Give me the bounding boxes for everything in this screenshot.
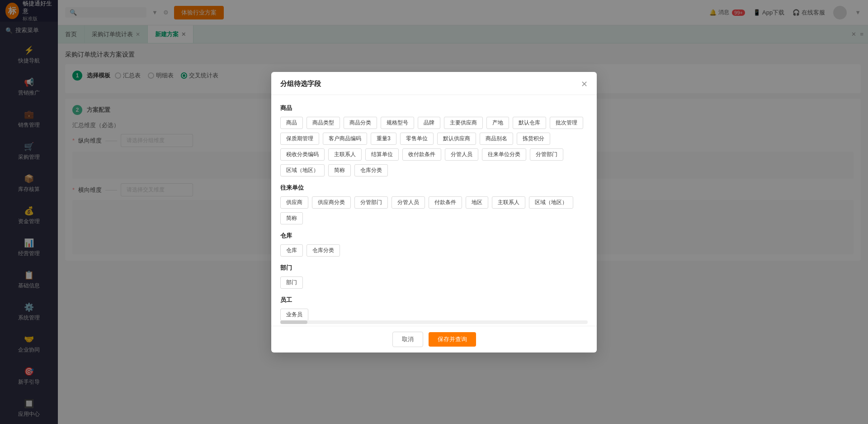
tag-counterparty-1[interactable]: 供应商分类 bbox=[312, 196, 351, 209]
tag-counterparty-3[interactable]: 分管人员 bbox=[392, 196, 425, 209]
section-title-staff: 员工 bbox=[280, 296, 588, 304]
modal-title: 分组待选字段 bbox=[280, 80, 321, 88]
section-title-department: 部门 bbox=[280, 264, 588, 272]
tag-group-department: 部门 bbox=[280, 276, 588, 289]
section-title-warehouse: 仓库 bbox=[280, 232, 588, 240]
tag-counterparty-5[interactable]: 地区 bbox=[466, 196, 488, 209]
tag-goods-11[interactable]: 重量3 bbox=[371, 133, 396, 145]
modal-body[interactable]: 商品商品商品类型商品分类规格型号品牌主要供应商产地默认仓库批次管理保质期管理客户… bbox=[271, 95, 597, 320]
tag-goods-10[interactable]: 客户商品编码 bbox=[323, 133, 367, 145]
tag-warehouse-1[interactable]: 仓库分类 bbox=[307, 244, 340, 257]
tag-goods-6[interactable]: 产地 bbox=[486, 117, 509, 129]
tag-goods-17[interactable]: 主联系人 bbox=[328, 148, 362, 161]
tag-counterparty-8[interactable]: 简称 bbox=[280, 212, 303, 224]
tag-warehouse-0[interactable]: 仓库 bbox=[280, 244, 303, 257]
tag-goods-9[interactable]: 保质期管理 bbox=[280, 133, 319, 145]
tag-goods-1[interactable]: 商品类型 bbox=[307, 117, 340, 129]
scrollbar-thumb bbox=[280, 320, 307, 324]
tag-goods-13[interactable]: 默认供应商 bbox=[437, 133, 476, 145]
tag-goods-8[interactable]: 批次管理 bbox=[550, 117, 583, 129]
section-title-counterparty: 往来单位 bbox=[280, 184, 588, 192]
tag-group-warehouse: 仓库仓库分类 bbox=[280, 244, 588, 257]
modal-close-icon[interactable]: ✕ bbox=[581, 79, 588, 89]
tag-goods-19[interactable]: 收付款条件 bbox=[402, 148, 441, 161]
tag-goods-24[interactable]: 简称 bbox=[328, 164, 351, 176]
tag-goods-25[interactable]: 仓库分类 bbox=[354, 164, 388, 176]
modal: 分组待选字段 ✕ 商品商品商品类型商品分类规格型号品牌主要供应商产地默认仓库批次… bbox=[271, 72, 597, 353]
tag-counterparty-6[interactable]: 主联系人 bbox=[492, 196, 525, 209]
tag-goods-12[interactable]: 零售单位 bbox=[400, 133, 434, 145]
section-title-goods: 商品 bbox=[280, 104, 588, 112]
tag-goods-16[interactable]: 税收分类编码 bbox=[280, 148, 325, 161]
tag-staff-0[interactable]: 业务员 bbox=[280, 309, 308, 320]
tag-goods-3[interactable]: 规格型号 bbox=[381, 117, 414, 129]
tag-goods-21[interactable]: 往来单位分类 bbox=[482, 148, 526, 161]
tag-group-counterparty: 供应商供应商分类分管部门分管人员付款条件地区主联系人区域（地区）简称 bbox=[280, 196, 588, 224]
tag-counterparty-0[interactable]: 供应商 bbox=[280, 196, 308, 209]
modal-scrollbar-area bbox=[271, 320, 597, 326]
modal-header: 分组待选字段 ✕ bbox=[271, 72, 597, 95]
horizontal-scrollbar[interactable] bbox=[280, 320, 588, 324]
tag-goods-5[interactable]: 主要供应商 bbox=[444, 117, 483, 129]
tag-counterparty-7[interactable]: 区域（地区） bbox=[529, 196, 573, 209]
tag-goods-14[interactable]: 商品别名 bbox=[480, 133, 513, 145]
tag-group-goods: 商品商品类型商品分类规格型号品牌主要供应商产地默认仓库批次管理保质期管理客户商品… bbox=[280, 117, 588, 176]
cancel-button[interactable]: 取消 bbox=[392, 332, 423, 347]
tag-goods-4[interactable]: 品牌 bbox=[418, 117, 440, 129]
modal-footer: 取消 保存并查询 bbox=[271, 326, 597, 353]
tag-goods-18[interactable]: 结算单位 bbox=[365, 148, 399, 161]
tag-goods-7[interactable]: 默认仓库 bbox=[513, 117, 546, 129]
tag-goods-0[interactable]: 商品 bbox=[280, 117, 303, 129]
tag-group-staff: 业务员 bbox=[280, 309, 588, 320]
tag-department-0[interactable]: 部门 bbox=[280, 276, 303, 289]
confirm-button[interactable]: 保存并查询 bbox=[429, 332, 476, 347]
tag-goods-23[interactable]: 区域（地区） bbox=[280, 164, 325, 176]
tag-counterparty-4[interactable]: 付款条件 bbox=[429, 196, 462, 209]
tag-counterparty-2[interactable]: 分管部门 bbox=[354, 196, 388, 209]
tag-goods-20[interactable]: 分管人员 bbox=[445, 148, 478, 161]
tag-goods-15[interactable]: 拣货积分 bbox=[517, 133, 550, 145]
modal-overlay: 分组待选字段 ✕ 商品商品商品类型商品分类规格型号品牌主要供应商产地默认仓库批次… bbox=[0, 0, 868, 424]
tag-goods-22[interactable]: 分管部门 bbox=[530, 148, 563, 161]
tag-goods-2[interactable]: 商品分类 bbox=[344, 117, 377, 129]
